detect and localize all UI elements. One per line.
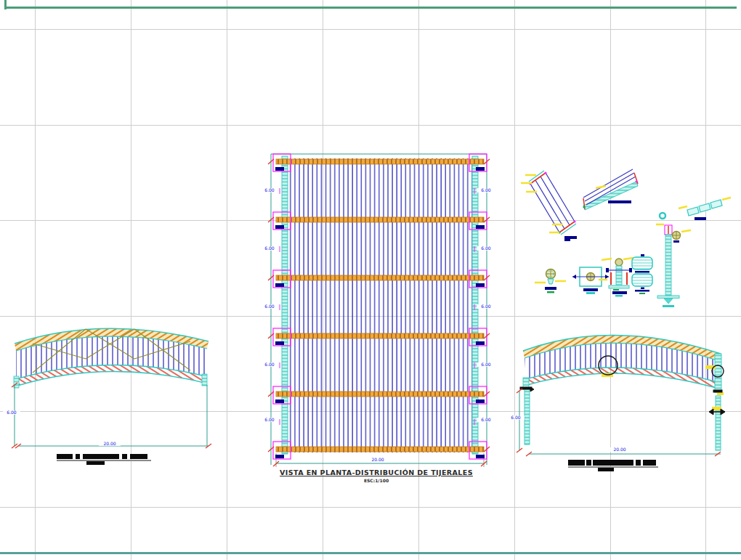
plan-view [254,145,505,471]
detail-inclined-truss-a [521,171,577,241]
right-elevation-height-label: 6.00 [507,415,525,420]
plan-scale: ESC:1/100 [256,478,496,483]
plan-bay-dimension-label: 6.00 [260,362,279,367]
detail-baseplate-plan [572,267,609,294]
plan-span-dimension-label: 20.00 [367,458,389,462]
connection-details [509,163,741,312]
left-elevation-span-label: 20.00 [99,442,121,446]
detail-ring [660,213,665,219]
detail-gusset-node [535,269,566,293]
plan-bay-dimension-label: 6.00 [477,362,495,367]
right-elevation-dimensions [519,391,721,454]
right-elevation-subtitle-redacted [598,468,614,471]
grid-line [131,0,131,560]
detail-rounded-plates [632,254,652,294]
grid-line [0,507,741,508]
left-elevation-subtitle-redacted [86,461,105,465]
left-elevation-title-redacted [57,454,147,459]
plan-purlins [287,158,474,453]
plan-bay-dimension-label: 6.00 [477,188,495,192]
grid-line [227,0,227,560]
grid-line [0,125,741,126]
plan-bay-dimension-label: 6.00 [477,304,495,309]
plan-bay-dimension-label: 6.00 [260,188,279,192]
plan-bay-dimension-label: 6.00 [260,418,279,422]
page-border-top [4,7,737,9]
plan-bay-dimension-label: 6.00 [260,246,279,251]
page-border-bottom [0,552,741,554]
section-marks [520,387,725,415]
detail-plates [679,198,731,220]
left-elevation-height-label: 6.00 [3,410,20,415]
plan-bay-dimension-label: 6.00 [477,246,495,251]
detail-inclined-truss-b [583,169,638,210]
page-border-corner [4,0,7,9]
right-elevation-end-post [715,354,721,392]
grid-line [0,29,741,30]
left-elevation-post-right [202,374,207,386]
detail-lattice-column [656,224,691,307]
detail-column-base [599,258,633,297]
plan-bay-dimension-label: 6.00 [477,418,495,422]
plan-title: VISTA EN PLANTA-DISTRIBUCIÓN DE TIJERALE… [256,468,496,476]
right-elevation-column-right [716,396,721,450]
plan-edge-beam-left [282,156,288,454]
right-elevation-span-label: 20.00 [609,447,631,452]
plan-bay-dimension-label: 6.00 [260,304,279,309]
left-elevation-dimensions [15,385,208,446]
right-elevation-title-redacted [568,460,656,466]
right-elevation-column-left [525,389,530,445]
grid-line [35,0,36,560]
